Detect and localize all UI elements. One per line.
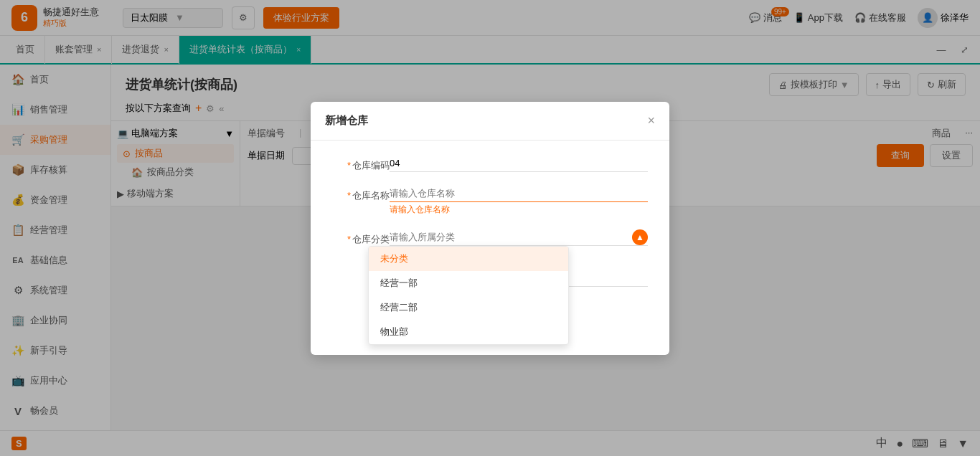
dropdown-option-unclassified[interactable]: 未分类 xyxy=(369,247,568,271)
name-input[interactable] xyxy=(390,185,648,202)
form-row-name: 仓库名称 请输入仓库名称 xyxy=(332,185,648,216)
form-row-category: 仓库分类 ▲ 未分类 经营一部 经营二部 物业部 xyxy=(332,229,648,246)
category-label: 仓库分类 xyxy=(332,229,390,246)
name-input-wrap: 请输入仓库名称 xyxy=(390,185,648,216)
dialog-close-button[interactable]: × xyxy=(647,113,655,128)
code-label: 仓库编码 xyxy=(332,155,390,172)
category-input-wrap: ▲ 未分类 经营一部 经营二部 物业部 xyxy=(390,229,648,246)
code-input-wrap xyxy=(390,155,648,172)
code-input[interactable] xyxy=(390,155,648,172)
dialog-title: 新增仓库 xyxy=(325,114,368,128)
dialog-body: 仓库编码 仓库名称 请输入仓库名称 仓库分类 ▲ xyxy=(311,141,669,309)
modal-overlay: 新增仓库 × 仓库编码 仓库名称 请输入仓库名称 仓库分类 xyxy=(0,0,980,456)
category-input[interactable] xyxy=(390,229,648,246)
dropdown-option-dept2[interactable]: 经营二部 xyxy=(369,295,568,320)
new-warehouse-dialog: 新增仓库 × 仓库编码 仓库名称 请输入仓库名称 仓库分类 xyxy=(311,102,669,355)
name-error-message: 请输入仓库名称 xyxy=(390,204,648,216)
dialog-header: 新增仓库 × xyxy=(311,102,669,141)
category-dropdown-list: 未分类 经营一部 经营二部 物业部 xyxy=(368,246,569,345)
form-row-code: 仓库编码 xyxy=(332,155,648,172)
name-label: 仓库名称 xyxy=(332,185,390,202)
category-dropdown-arrow[interactable]: ▲ xyxy=(632,229,648,245)
dropdown-option-dept1[interactable]: 经营一部 xyxy=(369,271,568,295)
dropdown-option-dept3[interactable]: 物业部 xyxy=(369,320,568,344)
